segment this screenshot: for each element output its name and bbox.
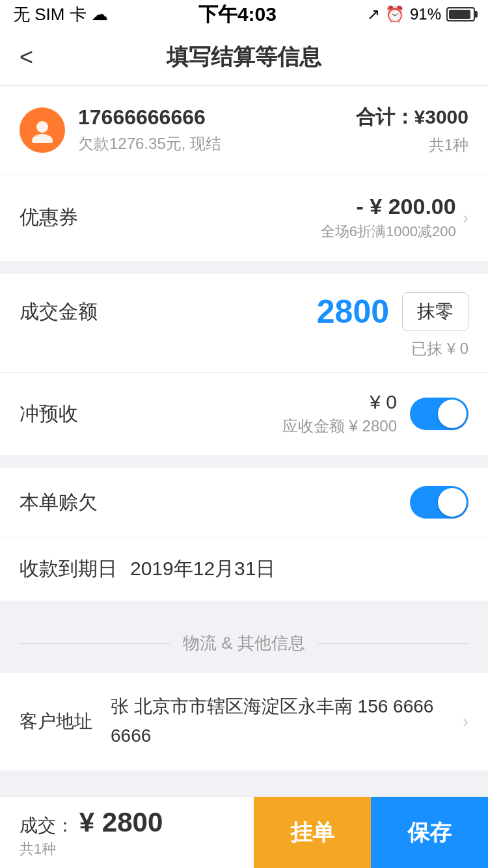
bottom-summary: 成交： ¥ 2800 共1种 [0,807,254,859]
coupon-desc: 全场6折满1000减200 [321,222,456,241]
order-debt-card: 本单赊欠 收款到期日 2019年12月31日 [0,468,488,601]
address-row: 客户地址 张 北京市市辖区海淀区永丰南 156 6666 6666 › [0,673,488,770]
section-header: 物流 & 其他信息 [0,614,488,673]
back-button[interactable]: < [20,44,33,71]
order-debt-label: 本单赊欠 [20,489,98,516]
section-line-right [318,643,468,644]
prepay-receivable: 应收金额 ¥ 2800 [282,416,397,437]
prepay-right: ¥ 0 应收金额 ¥ 2800 [282,391,468,437]
deal-amount-label: 成交金额 [20,299,98,325]
round-zero-button[interactable]: 抹零 [402,292,468,331]
deal-amount-row: 成交金额 2800 抹零 [0,274,488,338]
due-row: 收款到期日 2019年12月31日 [0,537,488,601]
section-line-left [20,643,170,644]
prepay-amount: ¥ 0 [282,391,397,413]
address-chevron-icon: › [463,711,468,732]
bottom-bar: 成交： ¥ 2800 共1种 挂单 保存 [0,796,488,868]
due-label: 收款到期日 [20,556,117,582]
deal-amount-card: 成交金额 2800 抹零 已抹 ¥ 0 冲预收 ¥ 0 应收金额 ¥ 2800 [0,274,488,455]
section-header-text: 物流 & 其他信息 [183,632,305,655]
battery-fill [449,10,470,19]
content: 17666666666 欠款1276.35元, 现结 合计：¥3000 共1种 … [0,86,488,868]
total-count: 共1种 [356,135,468,156]
sim-text: 无 SIM 卡 ☁ [13,3,108,26]
toggle-knob-2 [438,488,467,517]
battery-icon [446,7,475,21]
svg-point-0 [36,121,48,133]
coupon-label: 优惠券 [20,204,78,231]
customer-phone: 17666666666 [78,105,356,129]
battery-text: 91% [410,5,441,23]
bottom-deal-amount: ¥ 2800 [79,807,163,837]
coupon-discount: - ¥ 200.00 全场6折满1000减200 [321,194,456,241]
nav-bar: < 填写结算等信息 [0,29,488,86]
status-left: 无 SIM 卡 ☁ [13,3,108,26]
deal-sub-text: 已抹 ¥ 0 [411,340,468,357]
page-title: 填写结算等信息 [167,42,321,72]
customer-card: 17666666666 欠款1276.35元, 现结 合计：¥3000 共1种 … [0,86,488,261]
due-date: 2019年12月31日 [130,556,275,582]
bottom-deal-label: 成交： [20,815,74,835]
clock-icon: ⏰ [385,5,405,23]
total-amount: 合计：¥3000 [356,104,468,131]
address-label: 客户地址 [20,709,98,734]
deal-amount-right: 2800 抹零 [317,292,468,331]
address-card[interactable]: 客户地址 张 北京市市辖区海淀区永丰南 156 6666 6666 › [0,673,488,770]
toggle-knob [438,400,467,428]
coupon-right: - ¥ 200.00 全场6折满1000减200 › [321,194,468,241]
deal-number: 2800 [317,293,389,331]
hang-button[interactable]: 挂单 [254,797,371,869]
deal-sub: 已抹 ¥ 0 [0,338,488,372]
prepay-label: 冲预收 [20,401,78,427]
status-bar: 无 SIM 卡 ☁ 下午4:03 ↗ ⏰ 91% [0,0,488,29]
status-right: ↗ ⏰ 91% [367,5,475,23]
svg-point-1 [32,134,53,143]
debt-row: 本单赊欠 [0,468,488,537]
location-icon: ↗ [367,5,380,23]
status-time: 下午4:03 [198,1,277,28]
customer-debt: 欠款1276.35元, 现结 [78,133,356,154]
prepay-amount-block: ¥ 0 应收金额 ¥ 2800 [282,391,397,437]
avatar [20,107,65,153]
coupon-amount: - ¥ 200.00 [321,194,456,219]
coupon-row[interactable]: 优惠券 - ¥ 200.00 全场6折满1000减200 › [0,174,488,261]
customer-info: 17666666666 欠款1276.35元, 现结 [78,105,356,154]
customer-row: 17666666666 欠款1276.35元, 现结 合计：¥3000 共1种 [0,86,488,174]
save-button[interactable]: 保存 [371,797,488,869]
bottom-count: 共1种 [20,839,234,859]
customer-total: 合计：¥3000 共1种 [356,104,468,156]
prepay-row: 冲预收 ¥ 0 应收金额 ¥ 2800 [0,372,488,455]
coupon-chevron-icon: › [463,208,468,228]
prepay-toggle[interactable] [410,398,468,430]
order-debt-toggle[interactable] [410,486,468,519]
bottom-deal-line: 成交： ¥ 2800 [20,807,234,838]
address-value: 张 北京市市辖区海淀区永丰南 156 6666 6666 [111,692,463,751]
